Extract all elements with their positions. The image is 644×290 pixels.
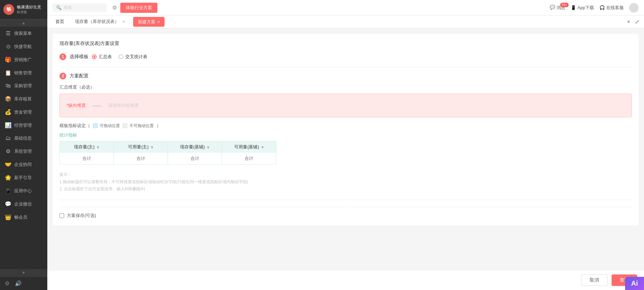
sidebar-scroll-up[interactable]: ▲ [0,19,47,27]
sidebar-scroll-down[interactable]: ▼ [0,269,47,276]
stats-col-4[interactable]: 可用量(基辅) ∨ [222,141,276,153]
audio-icon[interactable]: 🔊 [15,280,22,287]
indicator-settings-label: 模板指标设定（ 可拖动位置 不可拖动位置 ） [59,123,632,129]
app-download-wrap[interactable]: 📱 App下载 [571,5,594,11]
search-menu-icon: ☰ [5,30,11,37]
close-panel-btn[interactable]: × [626,18,631,26]
search-input-area[interactable]: 🔍 搜索 [53,3,107,12]
vertical-dim-placeholder[interactable]: 请选择分组维度 [108,102,139,108]
col2-chevron[interactable]: ∨ [151,145,153,149]
stats-col-3[interactable]: 现存量(基辅) ∨ [168,141,222,153]
logo-text-group: 畅康通好生意 标准版 [17,4,41,15]
radio-summary[interactable]: 汇总表 [92,54,112,60]
inventory-tab-close[interactable]: × [121,19,126,24]
vertical-dimension-row[interactable]: *纵向维度 —— 请选择分组维度 [59,94,632,117]
sidebar-item-label: 经营管理 [14,122,32,128]
draggable-box [93,123,98,128]
main-area: 🔍 搜索 ⚙ 体验行业方案 💬 99+ 消息 📱 App下载 🎧 在线客服 [47,0,644,290]
sidebar-item-label: 畅会员 [14,214,27,220]
logo-name: 畅康通好生意 [17,4,41,10]
col3-chevron[interactable]: ∨ [207,145,209,149]
settings-gear-icon[interactable]: ⚙ [112,4,117,11]
sidebar-item-app-center[interactable]: 📱 应用中心 [0,184,47,197]
sales-icon: 📋 [5,70,11,76]
step1-header: 1 选择模板 汇总表 交叉统计表 [59,53,632,60]
tip-2: 2. 点击标题栏下拉可设置排序、插入列和删除列 [59,186,632,193]
page-title: 现存量(库存状况表)方案设置 [59,41,632,47]
sidebar-item-sales[interactable]: 📋 销售管理 [0,66,47,79]
radio-cross[interactable]: 交叉统计表 [119,54,147,60]
non-draggable-box [123,123,127,128]
step2-number: 2 [59,73,66,79]
settings-icon[interactable]: ⚙ [5,280,9,287]
summary-dimension-label: 汇总维度（必选） [59,84,632,90]
content-panel: 现存量(库存状况表)方案设置 1 选择模板 汇总表 交叉统计表 [53,34,639,225]
search-placeholder: 搜索 [64,5,72,10]
sidebar-item-search-menu[interactable]: ☰ 搜索菜单 [0,27,47,40]
member-icon: 👑 [5,214,11,220]
enterprise-icon: 🤝 [5,161,11,168]
stats-table: 现存量(主) ∨ 可用量(主) ∨ 现存量(基辅) ∨ [59,141,276,165]
sidebar-item-inventory[interactable]: 📦 库存核算 [0,92,47,105]
radio-cross-label: 交叉统计表 [125,54,147,60]
purchase-icon: 🛍 [5,83,11,89]
inventory-tab-label: 现存量（库存状况表） [75,19,119,25]
sidebar-item-label: 新手引导 [14,175,32,181]
step1-number: 1 [59,53,66,60]
col1-label: 现存量(主) [74,144,95,150]
cancel-button[interactable]: 取消 [581,274,608,286]
sidebar-bottom: ⚙ 🔊 [0,276,47,290]
draggable-label: 可拖动位置 [100,123,120,129]
sidebar-item-base-info[interactable]: 🗂 基础信息 [0,132,47,145]
col1-chevron[interactable]: ∨ [97,145,99,149]
message-wrap[interactable]: 💬 99+ 消息 [550,5,565,11]
indicator-settings-text: 模板指标设定（ [59,123,90,129]
step2-label: 方案配置 [70,73,89,79]
trial-industry-btn[interactable]: 体验行业方案 [120,3,157,13]
sidebar-item-purchase[interactable]: 🛍 采购管理 [0,79,47,92]
expand-panel-btn[interactable]: ⤢ [634,17,641,26]
radio-dot-summary [92,54,97,59]
sidebar-item-enterprise-wechat[interactable]: 💬 企业微信 [0,197,47,211]
stats-col-2[interactable]: 可用量(主) ∨ [114,141,168,153]
save-option-label: 方案保存(可选) [67,213,96,219]
ai-badge[interactable]: Ai [625,277,644,290]
headset-icon: 🎧 [599,5,605,10]
sidebar-item-quick-nav[interactable]: ⊙ 快捷导航 [0,40,47,53]
save-checkbox[interactable] [59,213,64,218]
tabs-right-buttons: × ⤢ [626,16,641,28]
sidebar-item-member[interactable]: 👑 畅会员 [0,211,47,224]
new-scheme-close-icon[interactable]: × [157,20,160,24]
tips-section: 提示： 1.拖动标题栏可以调整布局，不可跨维度或指标区域拖动栏目字段(只能在同一… [59,171,632,193]
save-option: 方案保存(可选) [59,207,632,219]
sidebar-item-enterprise[interactable]: 🤝 企业协同 [0,158,47,171]
sidebar-item-system[interactable]: ⚙ 系统管理 [0,145,47,158]
app-center-icon: 📱 [5,188,11,194]
tab-home[interactable]: 首页 [51,16,69,28]
sidebar-item-new-guide[interactable]: 🌟 新手引导 [0,171,47,184]
sidebar-item-label: 资金管理 [14,109,32,115]
logo-icon: 畅 [3,4,14,15]
non-draggable-legend: 不可拖动位置 [123,123,154,129]
stats-table-header: 现存量(主) ∨ 可用量(主) ∨ 现存量(基辅) ∨ [60,141,276,153]
tab-new-scheme[interactable]: 新建方案 × [133,17,165,27]
step1-section: 1 选择模板 汇总表 交叉统计表 [59,53,632,60]
inventory-icon: 📦 [5,96,11,102]
sidebar-item-operations[interactable]: 📊 经营管理 [0,119,47,132]
sidebar-item-finance[interactable]: 💰 资金管理 [0,105,47,119]
stats-col-1[interactable]: 现存量(主) ∨ [60,141,114,153]
sidebar-item-label: 企业微信 [14,201,32,207]
sidebar-item-label: 快捷导航 [14,44,32,50]
non-draggable-label: 不可拖动位置 [129,123,154,129]
home-tab-label: 首页 [55,19,64,25]
tabs-bar: 首页 现存量（库存状况表） × 新建方案 × × ⤢ [47,16,644,28]
cell-1-4: 合计 [222,153,276,164]
col4-chevron[interactable]: ∨ [261,145,264,149]
sidebar-item-marketing[interactable]: 🎁 营销推广 [0,53,47,66]
vertical-dim-label: *纵向维度 [67,102,86,108]
new-guide-icon: 🌟 [5,174,11,181]
online-service-wrap[interactable]: 🎧 在线客服 [599,5,624,11]
user-avatar[interactable] [629,3,639,13]
tab-inventory-status[interactable]: 现存量（库存状况表） × [70,16,131,28]
operations-icon: 📊 [5,122,11,128]
